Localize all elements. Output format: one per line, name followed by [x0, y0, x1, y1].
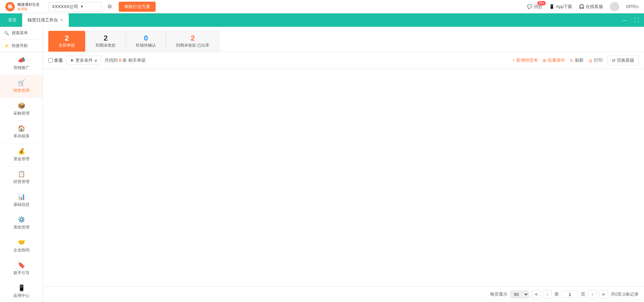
sidebar-search[interactable]: 🔍 搜索菜单: [0, 27, 43, 40]
table-area: [43, 69, 644, 286]
content-area: 2 全部单据 2 到期未收款 0 旺铺待确认 2 到期未收款 已出库 全选: [43, 27, 644, 302]
app-download-icon: 📱: [549, 4, 554, 9]
basic-info-icon: 📊: [18, 193, 25, 200]
tab-close-icon[interactable]: ✕: [60, 18, 63, 22]
app-download-button[interactable]: 📱 App下载: [549, 4, 572, 10]
sales-icon: 🛒: [18, 79, 25, 86]
purchase-icon: 📦: [18, 102, 25, 109]
nav-tabs: 首页 钱货日清工作台 ✕ — ⛶: [0, 13, 644, 27]
chevron-down-icon: ▼: [80, 5, 84, 8]
sidebar-quick-nav[interactable]: ⚡ 快捷导航: [0, 40, 43, 52]
checkbox-all-input[interactable]: [48, 58, 53, 63]
refresh-icon: ↻: [570, 58, 574, 63]
new-sales-order-button[interactable]: + 新增销货单: [513, 57, 538, 63]
page-suffix: 页: [581, 291, 585, 297]
finance-icon: 💰: [18, 147, 25, 155]
filter-icon: ▼: [70, 58, 74, 63]
filter-tab-all[interactable]: 2 全部单据: [48, 31, 85, 52]
sidebar: 🔍 搜索菜单 ⚡ 快捷导航 📣 营销推广 🛒 销售管理 📦 采购管理 🏠 库存核…: [0, 27, 43, 302]
switch-icon: ⇄: [612, 58, 615, 63]
sidebar-item-basic-info[interactable]: 📊 基础信息: [0, 189, 43, 212]
company-selector[interactable]: XXXXXX公司 ▼: [48, 2, 102, 11]
operations-icon: 📋: [18, 170, 25, 178]
logo-icon: 畅: [5, 2, 15, 11]
cooperation-icon: 🤝: [18, 239, 25, 246]
sidebar-item-cooperation[interactable]: 🤝 企业协同: [0, 235, 43, 257]
chevron-filter-icon: ∨: [94, 58, 98, 63]
maximize-button[interactable]: ⛶: [632, 15, 641, 25]
page-number-input[interactable]: [561, 291, 578, 298]
sidebar-item-guide[interactable]: 🔖 新手引导: [0, 257, 43, 280]
prev-page-button[interactable]: ‹: [543, 290, 552, 299]
per-page-label: 每页显示: [490, 291, 507, 297]
sidebar-item-inventory[interactable]: 🏠 库存核算: [0, 121, 43, 143]
top-header: 畅 畅捷通好生意 标准版 XXXXXX公司 ▼ ⚙ 体验行业方案 💬 消息 99…: [0, 0, 644, 13]
app-center-icon: 📱: [18, 284, 25, 292]
main-layout: 🔍 搜索菜单 ⚡ 快捷导航 📣 营销推广 🛒 销售管理 📦 采购管理 🏠 库存核…: [0, 27, 644, 302]
message-badge: 99+: [537, 1, 546, 5]
filter-tab-overdue[interactable]: 2 到期未收款: [86, 31, 125, 52]
sidebar-item-purchase[interactable]: 📦 采购管理: [0, 98, 43, 121]
switch-version-button[interactable]: ⇄ 切换新版: [607, 55, 639, 65]
batch-operation-button[interactable]: ⊞ 批量操作: [543, 57, 565, 63]
sidebar-item-app-center[interactable]: 📱 应用中心: [0, 280, 43, 302]
page-label: 第: [554, 291, 559, 297]
filter-tab-wangpu[interactable]: 0 旺铺待确认: [126, 31, 166, 52]
headset-icon: 🎧: [579, 4, 584, 9]
logo-text: 畅捷通好生意 标准版: [17, 2, 40, 11]
marketing-icon: 📣: [18, 56, 25, 64]
guide-icon: 🔖: [18, 261, 25, 269]
print-icon: 🖨: [588, 58, 593, 63]
filter-tab-overdue-shipped[interactable]: 2 到期未收款 已出库: [166, 31, 219, 52]
quick-nav-icon: ⚡: [4, 44, 9, 48]
sidebar-item-finance[interactable]: 💰 资金管理: [0, 143, 43, 166]
header-right: 💬 消息 99+ 📱 App下载 🎧 在线客服 OfTEn: [527, 2, 639, 11]
toolbar-left: 全选 ▼ 更多条件 ∨ 共找到 0 条 相关单据: [48, 56, 146, 65]
next-page-button[interactable]: ›: [588, 290, 597, 299]
system-icon: ⚙️: [18, 216, 25, 223]
avatar-name[interactable]: OfTEn: [626, 4, 639, 9]
nav-right-actions: — ⛶: [620, 15, 641, 25]
sidebar-item-system[interactable]: ⚙️ 系统管理: [0, 212, 43, 235]
sidebar-item-operations[interactable]: 📋 经营管理: [0, 166, 43, 189]
tab-workbench[interactable]: 钱货日清工作台 ✕: [22, 13, 69, 27]
batch-icon: ⊞: [543, 58, 546, 63]
refresh-button[interactable]: ↻ 刷新: [570, 57, 584, 63]
logo-area: 畅 畅捷通好生意 标准版: [5, 2, 48, 11]
message-icon: 💬: [527, 4, 532, 9]
trial-button[interactable]: 体验行业方案: [119, 2, 156, 12]
sidebar-item-sales[interactable]: 🛒 销售管理: [0, 75, 43, 98]
search-icon: 🔍: [4, 31, 9, 36]
toolbar-right: + 新增销货单 ⊞ 批量操作 ↻ 刷新 🖨 打印 ⇄ 切换新版: [513, 55, 639, 65]
filter-tabs: 2 全部单据 2 到期未收款 0 旺铺待确认 2 到期未收款 已出库: [43, 27, 644, 52]
toolbar: 全选 ▼ 更多条件 ∨ 共找到 0 条 相关单据 + 新增销货单 ⊞: [43, 52, 644, 69]
total-records-text: 共0页,0条记录: [611, 291, 639, 297]
sidebar-item-marketing[interactable]: 📣 营销推广: [0, 52, 43, 75]
tab-home[interactable]: 首页: [3, 13, 22, 27]
print-button[interactable]: 🖨 打印: [588, 57, 603, 63]
first-page-button[interactable]: ⊲: [532, 290, 540, 299]
minimize-button[interactable]: —: [620, 15, 629, 25]
found-count: 0: [119, 58, 121, 63]
company-name: XXXXXX公司: [52, 4, 78, 10]
inventory-icon: 🏠: [18, 125, 25, 132]
per-page-select[interactable]: 50 100 200: [510, 291, 529, 298]
last-page-button[interactable]: ⊳: [599, 290, 608, 299]
more-filters-button[interactable]: ▼ 更多条件 ∨: [66, 56, 101, 65]
online-service-button[interactable]: 🎧 在线客服: [579, 4, 603, 10]
select-all-checkbox[interactable]: 全选: [48, 57, 63, 63]
message-button[interactable]: 💬 消息 99+: [527, 4, 542, 10]
avatar[interactable]: [610, 2, 619, 11]
settings-button[interactable]: ⚙: [105, 2, 115, 12]
found-text: 共找到 0 条 相关单据: [105, 57, 146, 63]
pagination: 每页显示 50 100 200 ⊲ ‹ 第 页 › ⊳ 共0页,0条记录: [43, 286, 644, 302]
